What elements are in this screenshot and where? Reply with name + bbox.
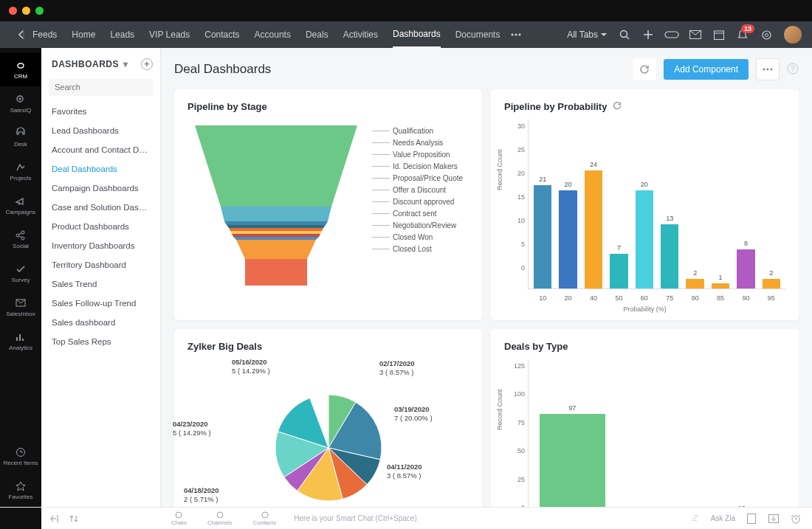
avatar[interactable] [784,26,802,44]
traffic-light-min[interactable] [22,7,30,15]
sidebar-item[interactable]: Campaign Dashboards [41,179,160,198]
chevron-down-icon[interactable]: ▾ [123,59,128,69]
svg-point-20 [771,69,773,71]
svg-marker-32 [245,259,307,286]
nav-item-vip-leads[interactable]: VIP Leads [149,21,190,48]
nav-item-deals[interactable]: Deals [306,21,328,48]
rail-item-favorites[interactable]: Favorites [0,473,41,507]
plus-icon[interactable] [642,29,654,41]
bar[interactable]: 7 50 [608,244,630,288]
sidebar-item[interactable]: Top Sales Reps [41,332,160,351]
sidebar-item[interactable]: Favorites [41,102,160,121]
sidebar-item[interactable]: Sales Trend [41,274,160,294]
search-icon[interactable] [619,29,630,41]
rail-item-desk[interactable]: Desk [0,120,41,154]
back-icon[interactable] [10,29,32,41]
nav-item-home[interactable]: Home [72,21,95,48]
bar[interactable]: 1 85 [709,274,732,288]
sidebar-item[interactable]: Account and Contact Da... [41,140,160,159]
bar[interactable]: 2 95 [760,269,782,288]
funnel-chart[interactable] [187,122,365,285]
rail-item-salesinbox[interactable]: SalesInbox [0,290,41,324]
rail-item-social[interactable]: Social [0,222,41,256]
svg-point-14 [21,231,24,234]
nav-item-feeds[interactable]: Feeds [32,21,57,48]
bar[interactable]: 21 10 [531,176,554,288]
svg-point-36 [217,512,223,518]
bb-item-channels[interactable]: Channels [197,511,243,526]
svg-marker-23 [195,125,357,207]
refresh-icon[interactable] [613,101,622,112]
svg-point-13 [16,234,19,237]
pie-chart[interactable]: 02/17/20203 ( 8.57% )03/19/20207 ( 20.00… [187,359,469,507]
bb-item-contacts[interactable]: Contacts [243,511,287,526]
calendar-icon[interactable] [713,29,725,41]
svg-marker-26 [227,225,326,228]
nav-more-icon[interactable] [510,29,522,41]
more-options-button[interactable] [756,58,780,80]
svg-marker-25 [224,221,328,225]
all-tabs-dropdown[interactable]: All Tabs [567,30,607,40]
svg-point-0 [512,34,514,36]
nav-item-documents[interactable]: Documents [455,21,500,48]
gamepad-icon[interactable] [666,29,678,41]
inbox-icon[interactable] [768,513,780,525]
nav-item-dashboards[interactable]: Dashboards [393,21,441,48]
rail-item-recent-items[interactable]: Recent Items [0,439,41,473]
rail-item-analytics[interactable]: Analytics [0,324,41,358]
bar[interactable]: 24 40 [582,161,605,288]
note-icon[interactable] [746,513,757,525]
bell-icon[interactable]: 13 [737,29,749,41]
bar[interactable]: 12 New Business [701,505,782,507]
bar[interactable]: 97 Qualified [531,404,613,507]
pie-label: 03/19/20207 ( 20.00% ) [394,405,433,423]
rail-item-campaigns[interactable]: Campaigns [0,188,41,222]
add-component-button[interactable]: Add Component [664,59,749,80]
rail-item-survey[interactable]: Survey [0,256,41,290]
nav-item-leads[interactable]: Leads [110,21,134,48]
svg-point-15 [21,237,24,240]
sidebar-item[interactable]: Product Dashboards [41,217,160,236]
svg-point-10 [765,33,768,36]
traffic-light-close[interactable] [9,7,17,15]
notification-badge: 13 [741,24,754,33]
svg-marker-24 [221,207,331,221]
collapse-icon[interactable] [49,513,61,525]
clock-icon[interactable] [790,513,802,525]
rail-item-salesiq[interactable]: SalesIQ [0,86,41,120]
rail-item-projects[interactable]: Projects [0,154,41,188]
help-icon[interactable]: ? [787,63,799,77]
nav-item-activities[interactable]: Activities [343,21,378,48]
sidebar-item[interactable]: Lead Dashboards [41,121,160,140]
top-nav: FeedsHomeLeadsVIP LeadsContactsAccountsD… [0,21,812,48]
sidebar-item[interactable]: Case and Solution Dash... [41,198,160,217]
smart-chat-input[interactable]: Here is your Smart Chat (Ctrl+Space) [294,514,688,522]
sidebar-item[interactable]: Sales Follow-up Trend [41,294,160,313]
ask-zia-link[interactable]: Ask Zia [711,514,735,522]
zia-icon[interactable]: Ƶ [689,513,701,525]
sort-icon[interactable] [68,513,80,525]
refresh-icon[interactable] [633,58,656,80]
bar[interactable]: 20 60 [633,181,656,288]
sidebar-item[interactable]: Sales dashboard [41,313,160,332]
bar[interactable]: 8 90 [734,240,757,288]
mail-icon[interactable] [689,29,701,41]
funnel-legend-item: Needs Analysis [372,139,469,147]
bar[interactable]: 2 80 [684,269,706,288]
probability-bar-chart[interactable]: Record Count302520151050 21 10 20 20 24 … [504,120,785,289]
gear-icon[interactable] [760,29,772,41]
bar[interactable]: 11 Existing Business [616,505,698,507]
deals-by-type-bar-chart[interactable]: Record Count1251007550250 97 Qualified 1… [504,359,785,507]
nav-item-accounts[interactable]: Accounts [255,21,291,48]
sidebar-item[interactable]: Territory Dashboard [41,255,160,274]
sidebar-item[interactable]: Deal Dashboards [41,159,160,179]
bar[interactable]: 20 20 [557,181,579,288]
bb-item-chats[interactable]: Chats [161,511,197,526]
traffic-light-max[interactable] [35,7,44,15]
bar[interactable]: 13 75 [658,215,681,288]
add-dashboard-button[interactable]: + [141,58,153,70]
rail-item-crm[interactable]: CRM [0,52,41,86]
nav-item-contacts[interactable]: Contacts [204,21,239,48]
sidebar-item[interactable]: Inventory Dashboards [41,236,160,255]
sidebar-search-input[interactable] [49,79,153,96]
